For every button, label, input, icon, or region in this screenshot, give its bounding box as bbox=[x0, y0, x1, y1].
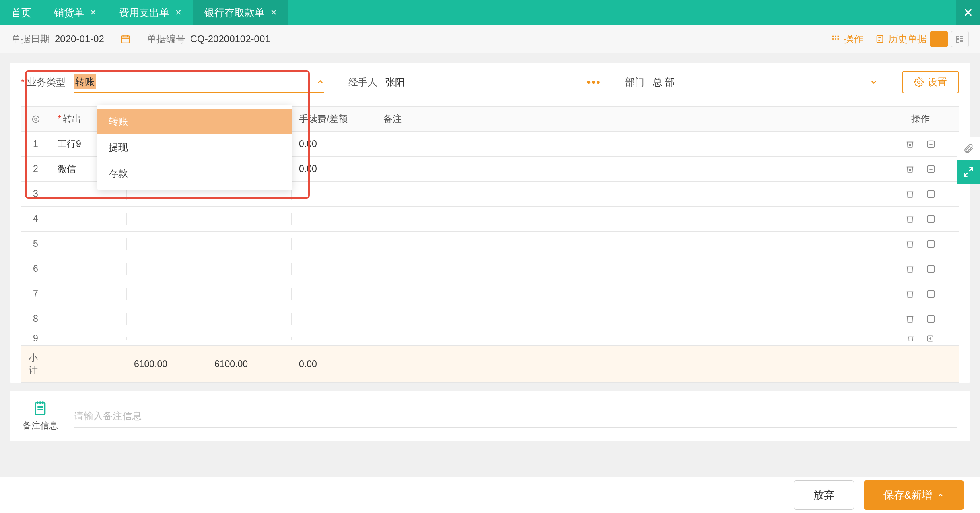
subtotal-label: 小计 bbox=[21, 346, 50, 382]
tab-home[interactable]: 首页 bbox=[0, 0, 43, 25]
delete-icon[interactable] bbox=[906, 165, 914, 174]
delete-icon[interactable] bbox=[907, 335, 914, 342]
remarks-input[interactable] bbox=[74, 405, 957, 428]
row-num: 5 bbox=[21, 233, 50, 255]
svg-rect-6 bbox=[838, 35, 839, 37]
discard-button[interactable]: 放弃 bbox=[794, 480, 854, 510]
cell-note[interactable] bbox=[376, 139, 882, 150]
svg-point-23 bbox=[918, 81, 920, 83]
date-label: 单据日期 bbox=[11, 33, 50, 46]
biz-type-value-wrap[interactable]: 转账 bbox=[74, 71, 324, 93]
table-row[interactable]: 4 bbox=[21, 206, 959, 231]
handler-field[interactable]: 经手人 张阳 ••• bbox=[348, 72, 601, 92]
chevron-down-icon[interactable] bbox=[870, 78, 878, 86]
row-num: 6 bbox=[21, 258, 50, 280]
dept-value-wrap[interactable]: 总 部 bbox=[653, 72, 878, 92]
tab-expense-label: 费用支出单 bbox=[119, 6, 169, 19]
add-row-icon[interactable] bbox=[926, 190, 935, 199]
dept-label: 部门 bbox=[625, 76, 644, 89]
attachment-button[interactable] bbox=[957, 137, 980, 160]
delete-icon[interactable] bbox=[906, 140, 914, 149]
close-icon[interactable]: ✕ bbox=[270, 8, 277, 17]
delete-icon[interactable] bbox=[906, 240, 914, 248]
biz-type-label: 业务类型 bbox=[27, 76, 66, 89]
chevron-up-icon bbox=[937, 492, 944, 499]
expand-button[interactable] bbox=[957, 160, 980, 184]
add-row-icon[interactable] bbox=[926, 265, 935, 273]
add-row-icon[interactable] bbox=[926, 240, 935, 248]
table-row[interactable]: 7 bbox=[21, 281, 959, 306]
note-icon bbox=[32, 400, 48, 416]
date-value[interactable]: 2020-01-02 bbox=[55, 33, 104, 45]
handler-value: 张阳 bbox=[385, 76, 405, 89]
row-num: 2 bbox=[21, 158, 50, 180]
close-icon[interactable]: ✕ bbox=[175, 8, 182, 17]
add-row-icon[interactable] bbox=[926, 215, 935, 223]
close-panel-button[interactable]: ✕ bbox=[956, 0, 980, 25]
table-row[interactable]: 6 bbox=[21, 256, 959, 281]
cell-actions bbox=[882, 159, 959, 179]
delete-icon[interactable] bbox=[906, 314, 914, 323]
table-row[interactable]: 8 bbox=[21, 306, 959, 331]
settings-button[interactable]: 设置 bbox=[902, 71, 959, 93]
add-row-icon[interactable] bbox=[926, 314, 935, 323]
dropdown-option-transfer[interactable]: 转账 bbox=[97, 109, 292, 134]
delete-icon[interactable] bbox=[906, 190, 914, 199]
biz-type-value: 转账 bbox=[74, 74, 96, 89]
cell-actions bbox=[882, 134, 959, 154]
history-button[interactable]: 历史单据 bbox=[875, 33, 927, 46]
dept-field[interactable]: 部门 总 部 bbox=[625, 72, 878, 92]
view-detail-button[interactable] bbox=[951, 31, 969, 47]
cell-fee[interactable]: 0.00 bbox=[292, 133, 376, 155]
add-row-icon[interactable] bbox=[926, 290, 935, 298]
svg-point-25 bbox=[32, 116, 39, 122]
handler-value-wrap[interactable]: 张阳 ••• bbox=[385, 72, 601, 92]
tab-bank[interactable]: 银行存取款单✕ bbox=[193, 0, 288, 25]
add-row-icon[interactable] bbox=[926, 165, 935, 174]
required-star: * bbox=[21, 77, 25, 87]
row-num: 9 bbox=[21, 331, 50, 345]
remarks-icon-box: 备注信息 bbox=[23, 400, 58, 432]
num-label: 单据编号 bbox=[147, 33, 185, 46]
svg-rect-8 bbox=[835, 38, 836, 40]
fields-row: * 业务类型 转账 经手人 张阳 ••• 部门 总 部 bbox=[21, 71, 959, 101]
table-row[interactable]: 5 bbox=[21, 231, 959, 256]
tab-home-label: 首页 bbox=[11, 6, 31, 19]
biz-type-field[interactable]: * 业务类型 转账 bbox=[21, 71, 324, 93]
gear-column-button[interactable] bbox=[21, 109, 50, 129]
svg-rect-0 bbox=[121, 36, 130, 43]
num-value: CQ-20200102-001 bbox=[190, 33, 270, 45]
tab-bar: 首页 销货单✕ 费用支出单✕ 银行存取款单✕ ✕ bbox=[0, 0, 980, 25]
close-icon[interactable]: ✕ bbox=[90, 8, 97, 17]
view-list-button[interactable] bbox=[930, 31, 948, 47]
delete-icon[interactable] bbox=[906, 265, 914, 273]
subtotal-row: 小计 6100.00 6100.00 0.00 bbox=[21, 345, 959, 382]
settings-label: 设置 bbox=[928, 76, 947, 89]
table-row[interactable]: 9 bbox=[21, 331, 959, 345]
remarks-label: 备注信息 bbox=[23, 420, 58, 432]
svg-rect-53 bbox=[35, 403, 45, 414]
svg-rect-4 bbox=[832, 35, 834, 37]
dropdown-option-deposit[interactable]: 存款 bbox=[97, 160, 292, 186]
delete-icon[interactable] bbox=[906, 215, 914, 223]
more-icon[interactable]: ••• bbox=[587, 76, 601, 89]
calendar-icon[interactable] bbox=[120, 34, 131, 44]
add-row-icon[interactable] bbox=[926, 335, 934, 342]
tab-bank-label: 银行存取款单 bbox=[204, 6, 265, 19]
dropdown-option-withdraw[interactable]: 提现 bbox=[97, 134, 292, 160]
cell-fee[interactable]: 0.00 bbox=[292, 158, 376, 180]
row-num: 8 bbox=[21, 308, 50, 330]
th-action: 操作 bbox=[882, 107, 959, 131]
tab-expense[interactable]: 费用支出单✕ bbox=[108, 0, 193, 25]
biz-type-dropdown: 转账 提现 存款 bbox=[97, 105, 292, 190]
svg-rect-9 bbox=[838, 38, 839, 40]
footer-bar: 放弃 保存&新增 bbox=[0, 477, 980, 513]
delete-icon[interactable] bbox=[906, 290, 914, 298]
cell-note[interactable] bbox=[376, 163, 882, 175]
tab-sales[interactable]: 销货单✕ bbox=[43, 0, 108, 25]
add-row-icon[interactable] bbox=[926, 140, 935, 149]
operations-button[interactable]: 操作 bbox=[831, 33, 863, 46]
row-num: 3 bbox=[21, 183, 50, 205]
chevron-up-icon[interactable] bbox=[316, 78, 324, 86]
save-and-add-button[interactable]: 保存&新增 bbox=[864, 480, 964, 510]
